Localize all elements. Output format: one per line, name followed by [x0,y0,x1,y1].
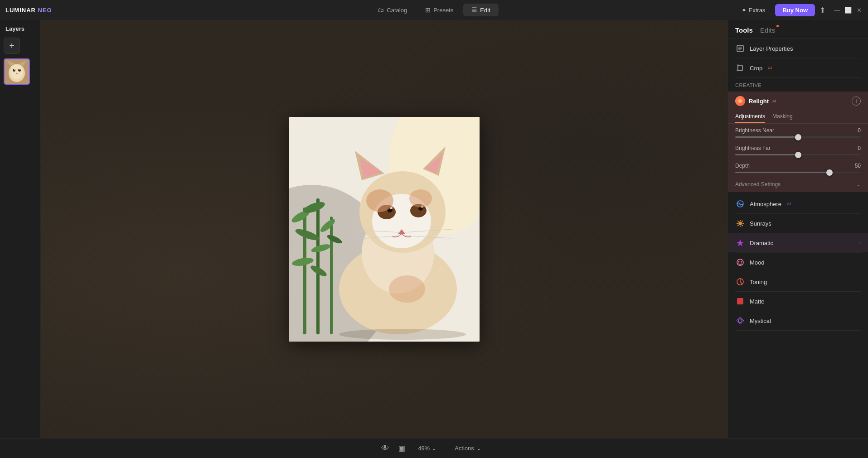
tab-tools[interactable]: Tools [735,26,753,34]
add-layer-button[interactable]: + [4,38,20,54]
extras-button[interactable]: ✦ Extras [736,5,771,16]
main-layout: Layers + [0,20,868,438]
layers-title: Layers [4,25,37,32]
svg-point-7 [14,69,15,70]
svg-point-44 [409,189,432,207]
svg-point-46 [339,329,466,340]
brightness-far-fill [735,154,798,155]
dramatic-icon [735,238,745,248]
eye-toggle-button[interactable]: 👁 [381,444,389,453]
atmosphere-left: Atmosphere AI [735,199,791,209]
dramatic-label: Dramatic [750,240,773,246]
toning-label: Toning [750,279,767,285]
toning-icon [735,277,745,287]
minimize-button[interactable]: — [834,6,841,14]
zoom-selector[interactable]: 49% ⌄ [414,443,440,453]
svg-point-72 [738,319,742,323]
mystical-left: Mystical [735,316,771,326]
close-button[interactable]: ✕ [855,6,863,14]
svg-marker-66 [737,239,744,246]
crop-label: Crop [750,65,762,72]
layer-properties-left: Layer Properties [735,43,793,53]
tab-edits[interactable]: Edits [760,26,775,34]
svg-rect-51 [738,66,742,70]
brightness-near-row: Brightness Near 0 [728,124,868,141]
layers-panel: Layers + [0,20,41,438]
layer-thumb-image [5,59,29,84]
presets-icon: ⊞ [425,6,431,14]
matte-left: Matte [735,296,765,306]
share-icon[interactable]: ⬆ [820,6,825,14]
tab-catalog[interactable]: 🗂 Catalog [369,4,415,16]
brightness-near-thumb[interactable] [795,134,801,140]
tab-presets-label: Presets [433,7,453,14]
svg-rect-15 [330,217,333,334]
sunrays-item[interactable]: Sunrays [728,214,868,233]
svg-rect-71 [737,298,743,304]
depth-track[interactable] [735,172,861,173]
svg-point-8 [19,69,20,70]
catalog-icon: 🗂 [378,6,384,14]
tab-adjustments[interactable]: Adjustments [735,111,765,123]
advanced-settings-row[interactable]: Advanced Settings ⌄ [728,177,868,192]
toning-left: Toning [735,277,767,287]
right-panel: Tools Edits Layer Properties [727,20,868,438]
brightness-far-row: Brightness Far 0 [728,141,868,159]
svg-line-65 [737,225,738,226]
tab-edit[interactable]: ☰ Edit [463,4,498,16]
layer-properties-item[interactable]: Layer Properties [728,39,868,58]
maximize-button[interactable]: ⬜ [844,6,852,14]
bottom-bar: 👁 ▣ 49% ⌄ Actions ⌄ [0,438,868,458]
actions-label: Actions [455,445,474,452]
dramatic-left: Dramatic [735,238,773,248]
relight-tabs: Adjustments Masking [728,111,868,124]
mystical-item[interactable]: Mystical [728,311,868,330]
layers-toggle-button[interactable]: ▣ [398,444,405,453]
layer-thumbnail[interactable] [4,58,30,85]
cat-thumb-svg [5,59,29,84]
brightness-far-value: 0 [858,145,861,151]
depth-thumb[interactable] [826,169,833,176]
dramatic-item[interactable]: Dramatic › [728,233,868,252]
canvas-area[interactable] [41,20,727,438]
svg-rect-14 [316,198,320,334]
layer-properties-label: Layer Properties [750,45,793,52]
actions-button[interactable]: Actions ⌄ [449,443,487,454]
logo-neo: NEO [38,7,52,14]
mood-icon [735,257,745,267]
cat-photo [289,117,480,342]
depth-label-row: Depth 50 [735,163,861,169]
depth-row: Depth 50 [728,159,868,177]
zoom-value: 49% [418,445,430,452]
zoom-chevron-icon: ⌄ [432,445,436,452]
edit-icon: ☰ [471,6,477,14]
tab-presets[interactable]: ⊞ Presets [417,4,461,16]
tab-masking[interactable]: Masking [772,111,793,123]
photo-frame [289,117,480,342]
svg-point-9 [16,73,18,74]
extras-label: Extras [749,7,766,14]
brightness-far-label: Brightness Far [735,145,771,151]
brightness-far-thumb[interactable] [795,152,801,158]
svg-point-68 [738,261,740,263]
brightness-near-track[interactable] [735,136,861,138]
buy-now-button[interactable]: Buy Now [775,4,815,16]
tools-header: Tools Edits [728,20,868,39]
crop-item[interactable]: Crop AI [728,58,868,77]
eye-icon: 👁 [381,444,389,453]
svg-point-5 [13,69,15,72]
relight-info-button[interactable]: i [852,96,861,106]
window-controls: — ⬜ ✕ [834,6,863,14]
brightness-far-track[interactable] [735,154,861,155]
matte-item[interactable]: Matte [728,292,868,311]
relight-header[interactable]: Relight AI i [728,92,868,111]
atmosphere-item[interactable]: Atmosphere AI [728,194,868,213]
brightness-near-label: Brightness Near [735,127,774,134]
svg-line-63 [742,225,743,226]
creative-section-label: Creative [728,78,868,90]
toning-item[interactable]: Toning [728,272,868,291]
tab-edit-label: Edit [480,7,490,14]
atmosphere-ai-badge: AI [787,202,791,206]
mood-item[interactable]: Mood [728,253,868,272]
mystical-icon [735,316,745,326]
